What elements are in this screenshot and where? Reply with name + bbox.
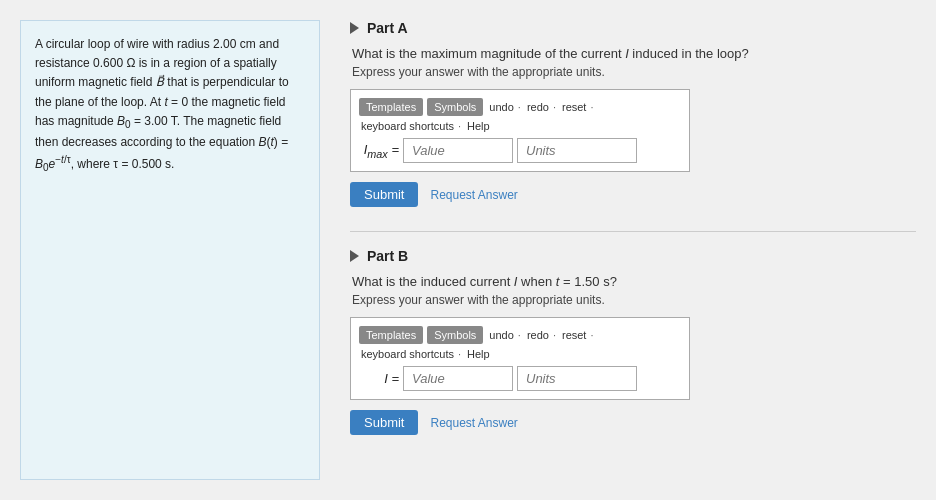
part-b-redo-link[interactable]: redo (527, 329, 549, 341)
part-b-undo-link[interactable]: undo (489, 329, 513, 341)
part-a-submit-btn[interactable]: Submit (350, 182, 418, 207)
part-b-section: Part B What is the induced current I whe… (350, 248, 916, 435)
part-a-help-link[interactable]: Help (467, 120, 490, 132)
part-a-input-label: Imax = (359, 142, 399, 160)
part-b-title: Part B (367, 248, 408, 264)
part-a-input-box: Templates Symbols undo · redo · reset · … (350, 89, 690, 172)
part-a-section: Part A What is the maximum magnitude of … (350, 20, 916, 207)
part-a-title: Part A (367, 20, 408, 36)
part-a-button-row: Submit Request Answer (350, 182, 916, 207)
part-b-symbols-btn[interactable]: Symbols (427, 326, 483, 344)
part-a-reset-link[interactable]: reset (562, 101, 586, 113)
part-b-request-link[interactable]: Request Answer (430, 416, 517, 430)
part-a-units-input[interactable] (517, 138, 637, 163)
part-b-button-row: Submit Request Answer (350, 410, 916, 435)
part-b-templates-btn[interactable]: Templates (359, 326, 423, 344)
part-a-symbols-btn[interactable]: Symbols (427, 98, 483, 116)
part-b-toolbar: Templates Symbols undo · redo · reset · … (359, 326, 681, 360)
part-b-subtext: Express your answer with the appropriate… (352, 293, 916, 307)
part-b-units-input[interactable] (517, 366, 637, 391)
part-a-question: What is the maximum magnitude of the cur… (352, 46, 916, 61)
part-b-value-input[interactable] (403, 366, 513, 391)
part-b-help-link[interactable]: Help (467, 348, 490, 360)
answer-panel: Part A What is the maximum magnitude of … (320, 0, 936, 500)
part-b-toggle-icon[interactable] (350, 250, 359, 262)
problem-text: A circular loop of wire with radius 2.00… (35, 35, 305, 177)
part-a-value-input[interactable] (403, 138, 513, 163)
part-b-header: Part B (350, 248, 916, 264)
part-b-input-label: I = (359, 371, 399, 386)
part-a-templates-btn[interactable]: Templates (359, 98, 423, 116)
part-a-header: Part A (350, 20, 916, 36)
part-a-input-row: Imax = (359, 138, 681, 163)
part-a-toolbar: Templates Symbols undo · redo · reset · … (359, 98, 681, 132)
part-b-keyboard-link[interactable]: keyboard shortcuts (361, 348, 454, 360)
part-a-undo-link[interactable]: undo (489, 101, 513, 113)
part-b-reset-link[interactable]: reset (562, 329, 586, 341)
part-b-question: What is the induced current I when t = 1… (352, 274, 916, 289)
part-a-request-link[interactable]: Request Answer (430, 188, 517, 202)
problem-statement: A circular loop of wire with radius 2.00… (20, 20, 320, 480)
part-a-redo-link[interactable]: redo (527, 101, 549, 113)
part-b-input-box: Templates Symbols undo · redo · reset · … (350, 317, 690, 400)
part-a-subtext: Express your answer with the appropriate… (352, 65, 916, 79)
part-a-toggle-icon[interactable] (350, 22, 359, 34)
part-a-keyboard-link[interactable]: keyboard shortcuts (361, 120, 454, 132)
part-b-input-row: I = (359, 366, 681, 391)
part-b-submit-btn[interactable]: Submit (350, 410, 418, 435)
section-divider (350, 231, 916, 232)
